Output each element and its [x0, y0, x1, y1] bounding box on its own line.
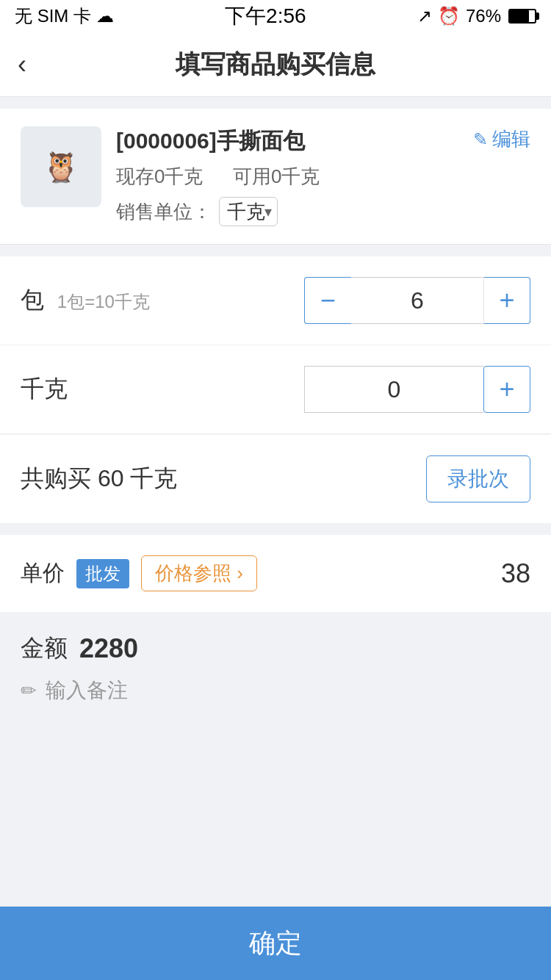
kg-label-group: 千克	[21, 373, 68, 406]
product-name: [0000006]手撕面包	[116, 126, 305, 156]
nav-bar: ‹ 填写商品购买信息	[0, 32, 551, 97]
product-stock: 现存0千克 可用0千克	[116, 164, 530, 190]
quantity-section: 包 1包=10千克 − + 千克 + 共购买 60 千克 录批次	[0, 256, 551, 523]
price-tag: 批发	[76, 559, 129, 588]
battery-text: 76%	[466, 6, 501, 26]
price-ref-button[interactable]: 价格参照 ›	[141, 555, 257, 591]
alarm-icon: ⏰	[438, 6, 460, 26]
product-image: 🦉	[21, 126, 101, 207]
battery-icon	[508, 9, 536, 24]
bag-label: 包	[21, 287, 44, 313]
bag-label-group: 包 1包=10千克	[21, 284, 150, 317]
batch-button[interactable]: 录批次	[426, 455, 530, 502]
status-left: 无 SIM 卡 ☁	[15, 4, 114, 28]
stock-text: 现存0千克	[116, 165, 203, 187]
location-icon: ↗	[417, 6, 432, 26]
price-label: 单价	[21, 558, 65, 588]
kg-quantity-input[interactable]	[304, 366, 483, 413]
bag-input-row: 包 1包=10千克 − +	[0, 256, 551, 345]
available-text: 可用0千克	[233, 165, 320, 187]
unit-label: 销售单位：	[116, 199, 212, 225]
unit-select[interactable]: 千克	[219, 197, 278, 226]
product-thumbnail: 🦉	[43, 150, 79, 184]
edit-button[interactable]: ✎ 编辑	[473, 126, 530, 152]
price-section: 单价 批发 价格参照 › 38	[0, 535, 551, 612]
edit-icon: ✎	[473, 129, 488, 150]
kg-label: 千克	[21, 375, 68, 402]
product-card: 🦉 [0000006]手撕面包 ✎ 编辑 现存0千克 可用0千克 销售单位： 千…	[0, 109, 551, 245]
edit-label: 编辑	[492, 126, 530, 152]
bag-quantity-control: − +	[304, 277, 530, 324]
page-title: 填写商品购买信息	[176, 48, 375, 82]
status-time: 下午2:56	[225, 2, 306, 30]
amount-value: 2280	[79, 633, 138, 664]
product-info: [0000006]手撕面包 ✎ 编辑 现存0千克 可用0千克 销售单位： 千克	[116, 126, 530, 226]
price-value: 38	[501, 558, 530, 589]
product-header-row: [0000006]手撕面包 ✎ 编辑	[116, 126, 530, 164]
amount-row: 金额 2280	[21, 633, 530, 665]
note-row[interactable]: ✏ 输入备注	[21, 677, 530, 705]
bag-minus-button[interactable]: −	[304, 277, 351, 324]
price-ref-label: 价格参照 ›	[155, 561, 243, 586]
kg-input-row: 千克 +	[0, 345, 551, 434]
back-button[interactable]: ‹	[18, 49, 26, 80]
pencil-icon: ✏	[21, 680, 37, 702]
note-placeholder: 输入备注	[46, 677, 128, 705]
bag-quantity-input[interactable]	[351, 277, 483, 324]
bag-sub-label: 1包=10千克	[57, 292, 150, 311]
bag-plus-button[interactable]: +	[483, 277, 530, 324]
confirm-button[interactable]: 确定	[0, 907, 551, 980]
product-unit-row: 销售单位： 千克	[116, 197, 530, 226]
kg-quantity-control: +	[304, 366, 530, 413]
amount-section: 金额 2280 ✏ 输入备注	[0, 612, 551, 716]
summary-row: 共购买 60 千克 录批次	[0, 434, 551, 523]
status-bar: 无 SIM 卡 ☁ 下午2:56 ↗ ⏰ 76%	[0, 0, 551, 32]
summary-text: 共购买 60 千克	[21, 463, 177, 495]
no-sim-text: 无 SIM 卡 ☁	[15, 4, 114, 28]
amount-label: 金额	[21, 633, 68, 665]
kg-plus-button[interactable]: +	[483, 366, 530, 413]
status-right: ↗ ⏰ 76%	[417, 6, 536, 26]
unit-select-wrapper[interactable]: 千克	[219, 197, 278, 226]
